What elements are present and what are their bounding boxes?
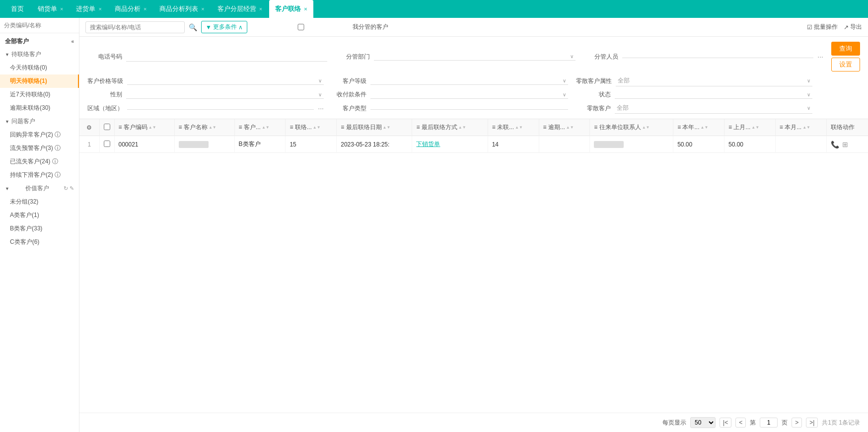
row-checkbox[interactable]: [104, 141, 110, 147]
first-page-button[interactable]: |<: [720, 418, 731, 428]
close-icon[interactable]: ×: [60, 6, 63, 12]
person-dots[interactable]: ···: [817, 53, 823, 61]
phone-input[interactable]: [126, 52, 327, 62]
sidebar-item-repurchase[interactable]: 回购异常客户(2) ⓘ: [0, 128, 79, 142]
status-select[interactable]: ∨: [615, 91, 812, 99]
retail-cust-select[interactable]: 全部 ∨: [615, 103, 812, 114]
cust-type-select[interactable]: [370, 107, 568, 110]
close-icon[interactable]: ×: [98, 6, 101, 12]
nav-tab-2[interactable]: 商品分析 ×: [109, 0, 152, 18]
col-code[interactable]: ≡ 客户编码 ▲▼: [114, 119, 174, 136]
col-check[interactable]: [99, 119, 114, 136]
col-no-contact[interactable]: ≡ 未联... ▲▼: [488, 119, 539, 136]
filter-cell-cust-type: 客户类型: [332, 104, 568, 113]
group-title-value[interactable]: 价值客户 ↻ ✎: [0, 182, 79, 195]
col-gear[interactable]: ⚙: [79, 119, 99, 136]
sidebar-item-c-class[interactable]: C类客户(6): [0, 235, 79, 249]
nav-tab-4[interactable]: 客户分层经营 ×: [212, 0, 268, 18]
group-title-problem[interactable]: 问题客户: [0, 115, 79, 128]
close-icon[interactable]: ×: [304, 6, 307, 12]
set-button[interactable]: 设置: [831, 58, 860, 72]
dept-select[interactable]: ∨: [374, 53, 575, 61]
more-filter-button[interactable]: ▼ 更多条件 ∧: [201, 21, 247, 33]
col-action: 联络动作: [826, 119, 868, 136]
filter-cell-retail-attr: 零散客户属性 全部 ∨: [576, 75, 812, 86]
action-buttons: 查询 设置: [831, 42, 860, 72]
sidebar-item-churn-warning[interactable]: 流失预警客户(3) ⓘ: [0, 142, 79, 155]
cell-code: 000021: [114, 136, 174, 153]
sidebar-search-input[interactable]: [4, 22, 78, 29]
filter-cell-price-level: 客户价格等级 ∨: [87, 77, 324, 85]
sidebar-item-tomorrow[interactable]: 明天待联络(1): [0, 74, 79, 88]
col-last-date[interactable]: ≡ 最后联络日期 ▲▼: [337, 119, 412, 136]
nav-tab-3[interactable]: 商品分析列表 ×: [153, 0, 210, 18]
select-all-checkbox[interactable]: [104, 124, 110, 130]
export-icon: ↗: [844, 24, 849, 31]
nav-tab-1[interactable]: 进货单 ×: [70, 0, 107, 18]
close-icon[interactable]: ×: [201, 6, 204, 12]
my-customer-checkbox-area[interactable]: 我分管的客户: [251, 23, 388, 31]
adv-filter-panel: 电话号码 分管部门 ∨ 分管人员 ··· 查询 设置: [79, 37, 868, 119]
retail-attr-select[interactable]: 全部 ∨: [616, 75, 812, 86]
per-page-select[interactable]: 50 100 200: [690, 417, 716, 428]
filter-cell-region: 区域（地区） ···: [87, 104, 324, 113]
col-name[interactable]: ≡ 客户名称 ▲▼: [174, 119, 234, 136]
sidebar-item-today[interactable]: 今天待联络(0): [0, 61, 79, 74]
last-method-link[interactable]: 下销货单: [416, 141, 440, 147]
close-icon[interactable]: ×: [144, 6, 146, 12]
status-label: 状态: [576, 90, 611, 99]
person-input[interactable]: [622, 56, 814, 58]
col-type[interactable]: ≡ 客户... ▲▼: [234, 119, 286, 136]
prev-page-button[interactable]: <: [735, 418, 746, 428]
sidebar-item-b-class[interactable]: B类客户(33): [0, 222, 79, 235]
nav-tab-5[interactable]: 客户联络 ×: [269, 0, 313, 18]
chevron-icon: ∧: [238, 24, 243, 31]
gender-select[interactable]: ∨: [126, 91, 324, 99]
col-this-year[interactable]: ≡ 本年... ▲▼: [673, 119, 724, 136]
nav-home[interactable]: 首页: [4, 4, 31, 13]
last-page-button[interactable]: >|: [806, 418, 818, 428]
cust-level-select[interactable]: ∨: [370, 77, 568, 85]
search-input[interactable]: [85, 21, 185, 33]
region-input[interactable]: [127, 107, 314, 110]
sidebar-item-declining[interactable]: 持续下滑客户(2) ⓘ: [0, 168, 79, 182]
col-last-method[interactable]: ≡ 最后联络方式 ▲▼: [412, 119, 488, 136]
chevron-down-icon: ∨: [570, 54, 574, 59]
query-button[interactable]: 查询: [831, 42, 860, 56]
collapse-icon[interactable]: «: [71, 39, 74, 44]
cell-last-method[interactable]: 下销货单: [412, 136, 488, 153]
col-overdue[interactable]: ≡ 逾期... ▲▼: [539, 119, 590, 136]
region-dots[interactable]: ···: [318, 104, 324, 112]
col-last-month[interactable]: ≡ 上月... ▲▼: [724, 119, 775, 136]
sidebar-item-ungrouped[interactable]: 未分组(32): [0, 195, 79, 209]
sidebar-item-churned[interactable]: 已流失客户(24) ⓘ: [0, 155, 79, 168]
search-button[interactable]: 🔍: [189, 23, 197, 31]
cell-name: [174, 136, 234, 153]
batch-op-button[interactable]: ☑ 批量操作: [807, 23, 838, 31]
col-contacts[interactable]: ≡ 联络... ▲▼: [286, 119, 337, 136]
sidebar-item-overdue[interactable]: 逾期未联络(30): [0, 101, 79, 115]
next-page-button[interactable]: >: [792, 418, 802, 428]
cell-this-year: 50.00: [673, 136, 724, 153]
nav-tab-0[interactable]: 销货单 ×: [32, 0, 69, 18]
cell-check[interactable]: [99, 136, 114, 153]
chevron-down-icon: ∨: [563, 92, 566, 97]
cell-contacts: 15: [286, 136, 337, 153]
retail-attr-label: 零散客户属性: [576, 77, 612, 85]
phone-icon[interactable]: 📞: [831, 141, 839, 148]
total-info: 共1页 1条记录: [822, 419, 860, 427]
my-customer-checkbox[interactable]: [251, 24, 351, 30]
grid-icon[interactable]: ⊞: [842, 141, 848, 148]
page-number-input[interactable]: [760, 418, 778, 428]
payment-select[interactable]: ∨: [370, 91, 568, 99]
col-this-month[interactable]: ≡ 本月... ▲▼: [775, 119, 826, 136]
page-label: 第: [750, 419, 756, 427]
checkbox-icon: ☑: [807, 24, 812, 31]
group-title-pending[interactable]: 待联络客户: [0, 48, 79, 61]
export-button[interactable]: ↗ 导出: [844, 23, 862, 31]
sidebar-item-7days[interactable]: 近7天待联络(0): [0, 88, 79, 101]
sidebar-item-a-class[interactable]: A类客户(1): [0, 209, 79, 222]
close-icon[interactable]: ×: [259, 6, 262, 12]
price-level-select[interactable]: ∨: [127, 77, 324, 85]
col-unit-contact[interactable]: ≡ 往来单位联系人 ▲▼: [590, 119, 673, 136]
